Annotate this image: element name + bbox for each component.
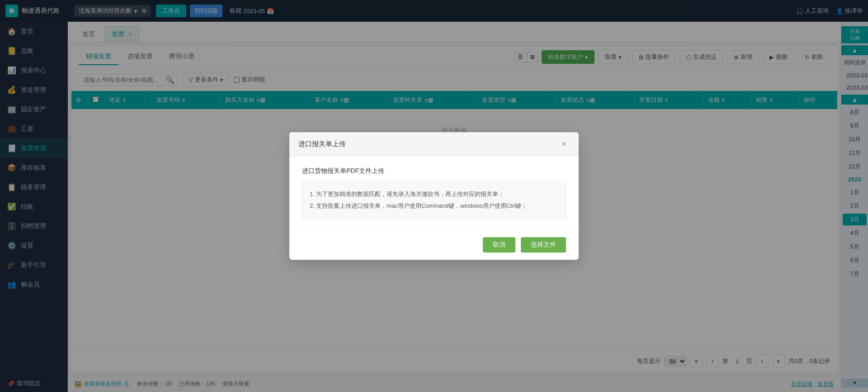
dialog-header: 进口报关单上传 × [289,132,579,156]
dialog-info-box: 1. 为了更加精准的数据匹配，请先录入海关缴款书，再上传对应的报关单； 2. 支… [302,182,566,219]
dialog-close-button[interactable]: × [559,139,570,149]
dialog-section-title: 进口货物报关单PDF文件上传 [302,167,566,175]
dialog-cancel-button[interactable]: 取消 [483,237,515,253]
modal-overlay[interactable]: 进口报关单上传 × 进口货物报关单PDF文件上传 1. 为了更加精准的数据匹配，… [0,0,868,392]
dialog-select-file-button[interactable]: 选择文件 [521,237,566,253]
dialog-info-item-2: 2. 支持批量上传进口报关单，mac用户使用Command键，windows用户… [310,200,558,212]
import-customs-dialog: 进口报关单上传 × 进口货物报关单PDF文件上传 1. 为了更加精准的数据匹配，… [289,132,579,260]
dialog-body: 进口货物报关单PDF文件上传 1. 为了更加精准的数据匹配，请先录入海关缴款书，… [289,156,579,229]
dialog-footer: 取消 选择文件 [289,229,579,260]
dialog-title: 进口报关单上传 [298,140,346,148]
dialog-info-item-1: 1. 为了更加精准的数据匹配，请先录入海关缴款书，再上传对应的报关单； [310,188,558,200]
